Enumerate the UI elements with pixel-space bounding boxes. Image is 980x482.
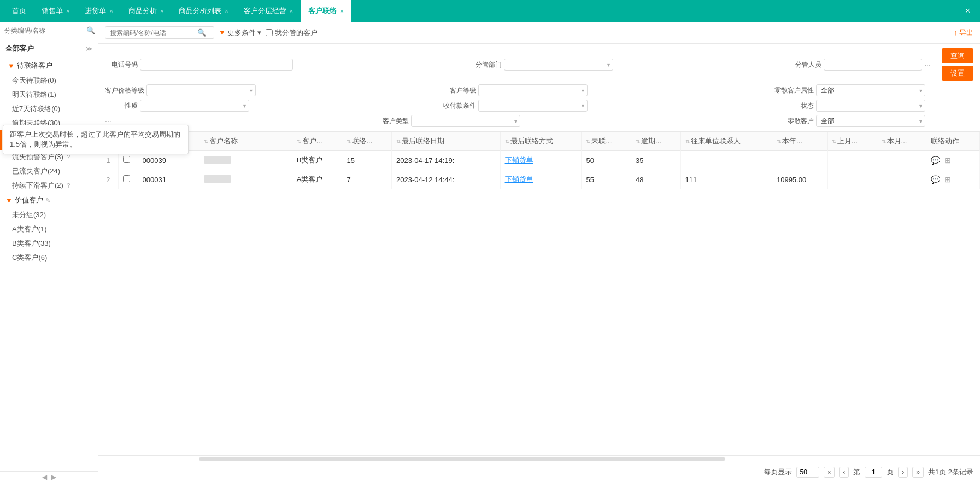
search-input[interactable] (110, 29, 197, 37)
scroll-left-icon[interactable]: ◀ (42, 473, 47, 481)
sidebar-item-b-class[interactable]: B类客户(33) (0, 236, 98, 251)
edit-icon[interactable]: ✎ (45, 197, 50, 204)
customer-type-select[interactable] (411, 115, 520, 127)
sidebar-item-c-class[interactable]: C类客户(6) (0, 251, 98, 265)
sidebar-search-icon[interactable]: 🔍 (86, 26, 95, 34)
sidebar-item-declining[interactable]: 持续下滑客户(2) ? (0, 178, 98, 193)
row-num: 2 (98, 170, 118, 189)
row-checkbox[interactable] (118, 170, 138, 189)
row4-dots[interactable]: ··· (105, 117, 112, 125)
uncontact-days: 55 (582, 170, 631, 189)
nav-customer-contact[interactable]: 客户联络 × (301, 0, 351, 22)
close-icon[interactable]: × (109, 8, 113, 14)
sidebar-item-ungroup[interactable]: 未分组(32) (0, 208, 98, 222)
row-select-checkbox[interactable] (123, 156, 130, 163)
scroll-right-icon[interactable]: ▶ (51, 473, 56, 481)
overdue-days: 48 (631, 170, 681, 189)
branch-dept-select[interactable] (504, 59, 613, 71)
sidebar-item-already-lost[interactable]: 已流失客户(24) (0, 164, 98, 178)
sort-icon[interactable]: ⇅ (832, 138, 836, 144)
phone-input[interactable] (140, 59, 293, 71)
settings-button[interactable]: 设置 (942, 66, 973, 81)
phone-filter: 电话号码 (105, 59, 293, 71)
payment-select[interactable] (478, 100, 588, 112)
sort-icon[interactable]: ⇅ (636, 138, 640, 144)
gender-select[interactable] (140, 100, 249, 112)
collapse-icon[interactable]: ≫ (86, 45, 92, 53)
contact-count: 15 (342, 151, 392, 170)
sidebar-item-a-class[interactable]: A类客户(1) (0, 222, 98, 236)
window-close-button[interactable]: × (960, 6, 976, 16)
last-contact-method[interactable]: 下销货单 (500, 170, 582, 189)
pagination: 每页显示 50 « ‹ 第 页 › » 共1页 2条记录 (98, 462, 980, 482)
col-customer-name: ⇅客户名称 (199, 132, 292, 151)
my-customers-checkbox[interactable] (266, 29, 273, 36)
close-icon[interactable]: × (160, 8, 163, 14)
last-page-button[interactable]: » (912, 467, 924, 478)
this-month-amount (877, 151, 926, 170)
customer-code: 000031 (138, 170, 199, 189)
horizontal-scrollbar[interactable] (98, 455, 980, 462)
sidebar-item-today[interactable]: 今天待联络(0) (0, 73, 98, 88)
content-area: 🔍 ▼ 更多条件 ▾ 我分管的客户 ↑ 导出 电话号码 (98, 22, 980, 482)
sort-icon[interactable]: ⇅ (204, 138, 208, 144)
help-icon[interactable]: ? (67, 182, 70, 189)
search-icon[interactable]: 🔍 (197, 28, 206, 37)
sort-icon[interactable]: ⇅ (396, 138, 401, 144)
customer-price-select[interactable] (146, 84, 256, 96)
customer-level-select[interactable] (478, 84, 588, 96)
row-select-checkbox[interactable] (123, 175, 130, 182)
last-contact-method[interactable]: 下销货单 (500, 151, 582, 170)
query-button[interactable]: 查询 (942, 48, 973, 63)
grid-icon[interactable]: ⊞ (944, 175, 951, 184)
sidebar-scroll-bottom: ◀ ▶ (0, 471, 98, 482)
chat-icon[interactable]: 💬 (931, 175, 940, 184)
grid-icon[interactable]: ⊞ (944, 156, 951, 165)
sidebar-search-input[interactable] (4, 27, 86, 34)
this-year-amount (772, 151, 827, 170)
sidebar-item-tomorrow[interactable]: 明天待联络(1) (0, 88, 98, 102)
branch-person-input[interactable] (824, 59, 922, 71)
sort-icon[interactable]: ⇅ (685, 138, 690, 144)
status-select[interactable] (816, 100, 925, 112)
close-icon[interactable]: × (340, 8, 343, 14)
page-number-input[interactable] (865, 467, 882, 478)
contact-person (680, 151, 772, 170)
nav-customer-tier[interactable]: 客户分层经营 × (236, 0, 301, 22)
sort-icon[interactable]: ⇅ (347, 138, 351, 144)
chat-icon[interactable]: 💬 (931, 156, 940, 165)
sort-icon[interactable]: ⇅ (505, 138, 509, 144)
nav-purchase-order[interactable]: 进货单 × (77, 0, 120, 22)
close-icon[interactable]: × (225, 8, 228, 14)
nav-product-analysis[interactable]: 商品分析 × (121, 0, 171, 22)
scrollbar-thumb[interactable] (199, 457, 725, 461)
more-conditions-button[interactable]: ▼ 更多条件 ▾ (219, 28, 261, 38)
retail-customer-select[interactable]: 全部 (816, 115, 925, 127)
sort-icon[interactable]: ⇅ (882, 138, 886, 144)
sort-icon[interactable]: ⇅ (777, 138, 781, 144)
pending-contact-group[interactable]: ▼ 待联络客户 (0, 58, 98, 73)
close-icon[interactable]: × (66, 8, 69, 14)
page-size-select[interactable]: 50 (796, 467, 819, 478)
nav-home[interactable]: 首页 (4, 0, 34, 22)
retail-property-filter: 零散客户属性 全部 ▾ (774, 84, 925, 96)
sidebar-item-7days[interactable]: 近7天待联络(0) (0, 102, 98, 116)
branch-person-dots[interactable]: ··· (924, 60, 931, 69)
filter-icon: ▼ (219, 28, 226, 37)
sort-icon[interactable]: ⇅ (297, 138, 301, 144)
help-icon[interactable]: ? (67, 154, 70, 160)
nav-sales-order[interactable]: 销售单 × (34, 0, 77, 22)
toolbar: 🔍 ▼ 更多条件 ▾ 我分管的客户 ↑ 导出 (98, 22, 980, 44)
sidebar: 🔍 全部客户 ≫ ▼ 待联络客户 今天待联络(0) 明天待联络(1) 近7天待联… (0, 22, 98, 482)
close-icon[interactable]: × (290, 8, 293, 14)
next-page-button[interactable]: › (898, 467, 908, 478)
retail-property-select[interactable]: 全部 (816, 84, 925, 96)
export-button[interactable]: ↑ 导出 (954, 28, 974, 38)
first-page-button[interactable]: « (824, 467, 835, 478)
col-customer-type: ⇅客户... (292, 132, 342, 151)
value-customers-group[interactable]: ▼ 价值客户 ✎ (0, 193, 98, 208)
nav-product-analysis-list[interactable]: 商品分析列表 × (171, 0, 236, 22)
all-customers-section[interactable]: 全部客户 ≫ (0, 39, 98, 58)
sort-icon[interactable]: ⇅ (586, 138, 590, 144)
prev-page-button[interactable]: ‹ (839, 467, 849, 478)
